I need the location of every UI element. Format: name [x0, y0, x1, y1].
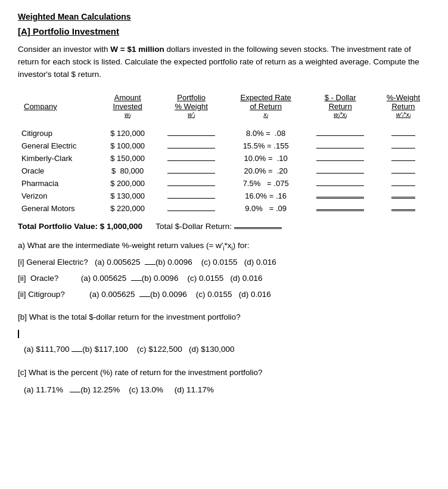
- expected-rate: 7.5% = .075: [228, 177, 304, 190]
- question-b-options: (a) $111,700 (b) $117,100 (c) $122,500 (…: [18, 343, 430, 357]
- expected-rate: 8.0% = .08: [228, 127, 304, 140]
- pct-return: [377, 140, 430, 152]
- expected-rate: 16.0% = .16: [228, 190, 304, 202]
- company-name: Pharmacia: [18, 177, 100, 190]
- company-name: Citigroup: [18, 127, 100, 140]
- pct-return: [377, 165, 430, 177]
- question-c-options: (a) 11.71% (b) 12.25% (c) 13.0% (d) 11.1…: [18, 383, 430, 397]
- portfolio-weight: [155, 127, 228, 140]
- pct-return: [377, 177, 430, 190]
- portfolio-weight: [155, 202, 228, 215]
- pct-return: [377, 127, 430, 140]
- dollar-return: [304, 140, 377, 152]
- pct-return: [377, 190, 430, 202]
- pct-return: [377, 202, 430, 215]
- dollar-return: [304, 165, 377, 177]
- question-b-cursor: [18, 327, 430, 341]
- col-header-pct-weight-return: %-Weight Return w'i*xi: [377, 92, 430, 121]
- portfolio-table-container: Company Amount Invested wi Portfolio % W…: [18, 92, 430, 215]
- portfolio-weight: [155, 140, 228, 152]
- question-a-iii: [ii] Citigroup? (a) 0.005625 (b) 0.0096 …: [18, 288, 430, 302]
- col-header-expected-rate: Expected Rate of Return xi: [228, 92, 304, 121]
- total-row: Total Portfolio Value: $ 1,000,000 Total…: [18, 222, 430, 231]
- portfolio-weight: [155, 177, 228, 190]
- question-a-ii: [ii] Oracle? (a) 0.005625 (b) 0.0096 (c)…: [18, 272, 430, 286]
- table-row: Pharmacia $ 200,000 7.5% = .075: [18, 177, 430, 190]
- intro-paragraph: Consider an investor with W = $1 million…: [18, 44, 430, 81]
- main-title: Weighted Mean Calculations: [18, 12, 430, 21]
- amount-invested: $ 130,000: [100, 190, 155, 202]
- expected-rate: 20.0% = .20: [228, 165, 304, 177]
- company-name: Kimberly-Clark: [18, 152, 100, 165]
- total-label: Total Portfolio Value: $ 1,000,000: [18, 222, 142, 231]
- company-name: Verizon: [18, 190, 100, 202]
- dollar-return: [304, 177, 377, 190]
- dollar-return: [304, 190, 377, 202]
- table-row: General Motors $ 220,000 9.0% = .09: [18, 202, 430, 215]
- dollar-return: [304, 127, 377, 140]
- table-row: Oracle $ 80,000 20.0% = .20: [18, 165, 430, 177]
- company-name: Oracle: [18, 165, 100, 177]
- section-title: [A] Portfolio Investment: [18, 26, 119, 36]
- amount-invested: $ 220,000: [100, 202, 155, 215]
- amount-invested: $ 80,000: [100, 165, 155, 177]
- expected-rate: 10.0% = .10: [228, 152, 304, 165]
- portfolio-table: Company Amount Invested wi Portfolio % W…: [18, 92, 430, 215]
- question-a-header: a) What are the intermediate %-weight re…: [18, 239, 430, 253]
- portfolio-weight: [155, 190, 228, 202]
- question-a-i: [i] General Electric? (a) 0.005625 (b) 0…: [18, 256, 430, 270]
- col-header-dollar-return: $ - Dollar Return wi*xi: [304, 92, 377, 121]
- table-row: Kimberly-Clark $ 150,000 10.0% = .10: [18, 152, 430, 165]
- amount-invested: $ 120,000: [100, 127, 155, 140]
- amount-invested: $ 200,000: [100, 177, 155, 190]
- question-b-section: [b] What is the total $-dollar return fo…: [18, 311, 430, 357]
- company-name: General Motors: [18, 202, 100, 215]
- total-dollar-label: Total $-Dollar Return:: [155, 222, 281, 231]
- table-row: Verizon $ 130,000 16.0% = .16: [18, 190, 430, 202]
- amount-invested: $ 150,000: [100, 152, 155, 165]
- expected-rate: 15.5% = .155: [228, 140, 304, 152]
- total-value: $ 1,000,000: [100, 222, 142, 231]
- question-c-section: [c] What is the percent (%) rate of retu…: [18, 366, 430, 397]
- table-row: General Electric $ 100,000 15.5% = .155: [18, 140, 430, 152]
- portfolio-weight: [155, 152, 228, 165]
- total-dollar-value: [234, 227, 282, 229]
- question-b-header: [b] What is the total $-dollar return fo…: [18, 311, 430, 324]
- col-header-company: Company: [18, 92, 100, 121]
- portfolio-weight: [155, 165, 228, 177]
- expected-rate: 9.0% = .09: [228, 202, 304, 215]
- col-header-portfolio-weight: Portfolio % Weight w'i: [155, 92, 228, 121]
- questions-section: a) What are the intermediate %-weight re…: [18, 239, 430, 302]
- pct-return: [377, 152, 430, 165]
- company-name: General Electric: [18, 140, 100, 152]
- dollar-return: [304, 152, 377, 165]
- amount-invested: $ 100,000: [100, 140, 155, 152]
- question-c-header: [c] What is the percent (%) rate of retu…: [18, 366, 430, 380]
- table-row: Citigroup $ 120,000 8.0% = .08: [18, 127, 430, 140]
- col-header-amount: Amount Invested wi: [100, 92, 155, 121]
- dollar-return: [304, 202, 377, 215]
